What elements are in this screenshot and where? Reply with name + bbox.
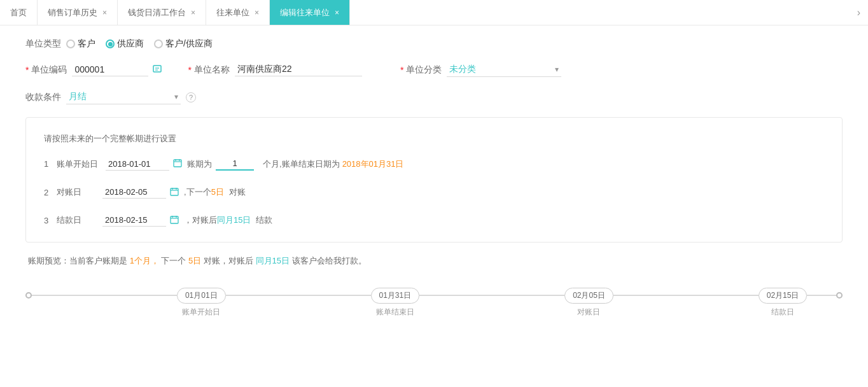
step1-period-unit: 个月,账单结束日期为 (263, 158, 340, 170)
unit-type-radio-group: 客户 供应商 客户/供应商 (66, 38, 213, 50)
tl-badge-4: 02月15日 (759, 288, 808, 304)
step-num-1: 1 (44, 159, 57, 169)
step3-desc-suffix: 结款 (256, 215, 272, 226)
unit-category-arrow: ▾ (555, 65, 559, 74)
tab-partner-units[interactable]: 往来单位 × (206, 0, 270, 25)
radio-both[interactable]: 客户/供应商 (154, 38, 213, 50)
svg-rect-3 (174, 160, 181, 167)
unit-type-row: 单位类型 客户 供应商 客户/供应商 (25, 38, 843, 50)
payment-condition-arrow: ▾ (174, 92, 178, 101)
unit-code-input[interactable] (72, 63, 148, 76)
payment-condition-label: 收款条件 (25, 92, 61, 103)
step1-period-end: 2018年01月31日 (342, 158, 404, 170)
radio-customer-label: 客户 (78, 38, 95, 50)
step2-desc-prefix: ,下一个 (184, 186, 211, 198)
radio-supplier[interactable]: 供应商 (106, 38, 144, 50)
tl-label-2: 账单结束日 (376, 307, 414, 318)
tl-node-4: 02月15日 结款日 (759, 288, 808, 304)
radio-both-circle (154, 39, 163, 48)
tl-node-3: 02月05日 对账日 (564, 288, 613, 304)
step2-date-input[interactable] (102, 186, 166, 199)
tab-cash-workbench[interactable]: 钱货日清工作台 × (118, 0, 206, 25)
tl-line-2 (226, 295, 371, 296)
svg-rect-11 (171, 216, 178, 223)
tl-badge-3: 02月05日 (564, 288, 613, 304)
main-content: 单位类型 客户 供应商 客户/供应商 * 单位编码 (0, 25, 868, 387)
step2-desc-highlight: 5日 (211, 186, 224, 198)
tl-label-1: 账单开始日 (182, 307, 220, 318)
timeline-container: 01月01日 账单开始日 01月31日 账单结束日 02月05日 对账日 02月… (25, 279, 843, 330)
step-row-3: 3 结款日 ，对账后 同月15日 结款 (44, 214, 824, 227)
preview-highlight1: 1个月， (130, 256, 159, 265)
payment-condition-help[interactable]: ? (186, 92, 196, 102)
tl-label-4: 结款日 (771, 307, 794, 318)
timeline-end-dot (836, 292, 843, 299)
tl-node-1: 01月01日 账单开始日 (177, 288, 226, 304)
unit-name-star: * (188, 65, 191, 75)
radio-supplier-circle (106, 39, 115, 48)
tabs-scroll-arrow[interactable]: › (850, 7, 868, 18)
unit-category-label: 单位分类 (406, 64, 442, 76)
unit-code-wrapper (72, 63, 162, 76)
tab-partner-units-label: 往来单位 (216, 7, 249, 18)
settings-box: 请按照未来的一个完整帐期进行设置 1 账单开始日 账期为 个月,账单结束日期为 … (25, 117, 843, 243)
preview-suffix: 该客户会给我打款。 (292, 256, 367, 265)
unit-code-label: 单位编码 (31, 64, 67, 76)
step1-period-label: 账期为 (187, 158, 212, 170)
step3-date-input[interactable] (102, 214, 166, 227)
step3-desc-prefix: ，对账后 (184, 215, 217, 226)
step-label-1: 账单开始日 (57, 158, 98, 170)
preview-section: 账期预览：当前客户账期是 1个月， 下一个 5日 对账，对账后 同月15日 该客… (25, 255, 843, 267)
unit-info-row: * 单位编码 * 单位名称 * 单位分类 未分类 ▾ (25, 62, 843, 77)
tl-line-end (807, 295, 836, 296)
timeline-start-dot (25, 292, 32, 299)
radio-customer-circle (66, 39, 75, 48)
unit-category-select[interactable]: 未分类 ▾ (447, 62, 561, 77)
preview-middle: 下一个 (161, 256, 186, 265)
tl-label-3: 对账日 (577, 307, 600, 318)
payment-condition-select[interactable]: 月结 ▾ (66, 90, 181, 104)
svg-rect-0 (153, 66, 161, 72)
step-label-3: 结款日 (57, 215, 95, 226)
step1-cal-icon[interactable] (173, 158, 182, 169)
tab-cash-workbench-label: 钱货日清工作台 (128, 7, 186, 18)
radio-supplier-label: 供应商 (117, 38, 144, 50)
tl-line-3 (419, 295, 564, 296)
preview-after-reconcile: 对账，对账后 (204, 256, 253, 265)
tab-edit-partner-label: 编辑往来单位 (280, 7, 330, 18)
tab-sales-history-close[interactable]: × (102, 8, 107, 17)
unit-name-item: * 单位名称 (188, 63, 361, 76)
step2-desc-suffix: 对账 (229, 186, 246, 198)
tl-badge-2: 01月31日 (371, 288, 420, 304)
unit-name-input[interactable] (235, 63, 362, 76)
step3-cal-icon[interactable] (170, 215, 179, 226)
unit-code-star: * (25, 65, 29, 75)
unit-code-icon[interactable] (152, 64, 162, 76)
radio-both-label: 客户/供应商 (165, 38, 213, 50)
radio-customer[interactable]: 客户 (66, 38, 95, 50)
preview-highlight3: 同月15日 (256, 256, 290, 265)
step-num-3: 3 (44, 216, 57, 225)
timeline-track: 01月01日 账单开始日 01月31日 账单结束日 02月05日 对账日 02月… (25, 286, 843, 305)
unit-category-star: * (400, 65, 403, 75)
step1-date-input[interactable] (106, 158, 169, 171)
unit-type-item: 单位类型 客户 供应商 客户/供应商 (25, 38, 213, 50)
step2-cal-icon[interactable] (170, 187, 179, 198)
tab-cash-workbench-close[interactable]: × (191, 8, 195, 17)
payment-condition-item: 收款条件 月结 ▾ ? (25, 90, 196, 104)
tab-partner-units-close[interactable]: × (255, 8, 259, 17)
step1-period-input[interactable] (216, 157, 254, 171)
tab-edit-partner[interactable]: 编辑往来单位 × (270, 0, 350, 25)
tl-line-1 (32, 295, 177, 296)
tab-edit-partner-close[interactable]: × (335, 8, 339, 17)
tab-home[interactable]: 首页 (0, 0, 38, 25)
payment-condition-value: 月结 (69, 91, 171, 102)
step-row-2: 2 对账日 ,下一个 5日 对账 (44, 186, 824, 199)
tab-sales-history[interactable]: 销售订单历史 × (38, 0, 118, 25)
step-row-1: 1 账单开始日 账期为 个月,账单结束日期为 2018年01月31日 (44, 157, 824, 171)
svg-rect-7 (171, 188, 178, 195)
step3-desc-highlight: 同月15日 (217, 215, 251, 226)
unit-type-label: 单位类型 (25, 38, 61, 50)
tl-badge-1: 01月01日 (177, 288, 226, 304)
step-label-2: 对账日 (57, 186, 95, 198)
